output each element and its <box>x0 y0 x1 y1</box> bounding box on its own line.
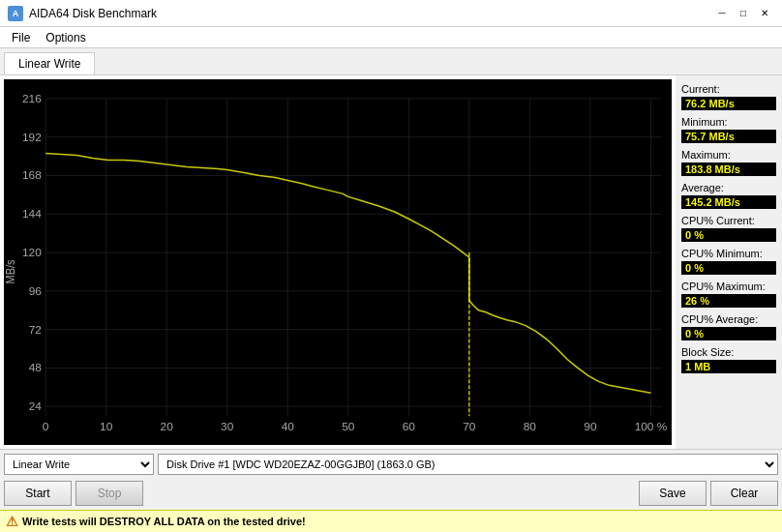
average-value: 145.2 MB/s <box>681 195 776 209</box>
average-label: Average: <box>681 182 776 193</box>
svg-text:72: 72 <box>29 324 42 336</box>
svg-text:192: 192 <box>22 132 42 143</box>
bottom-controls: Linear Write Linear Read Random Read Ran… <box>0 449 782 510</box>
svg-text:90: 90 <box>584 421 596 432</box>
minimize-button[interactable]: ─ <box>712 4 732 23</box>
drive-dropdown[interactable]: Disk Drive #1 [WDC WD20EZAZ-00GGJB0] (18… <box>158 454 778 475</box>
cpu-current-label: CPU% Current: <box>681 215 776 226</box>
app-title: AIDA64 Disk Benchmark <box>29 7 157 20</box>
cpu-max-value: 26 % <box>681 294 776 308</box>
svg-text:10: 10 <box>100 421 112 432</box>
start-button[interactable]: Start <box>4 481 72 506</box>
svg-text:48: 48 <box>29 363 42 374</box>
svg-text:60: 60 <box>403 421 415 432</box>
current-value: 76.2 MB/s <box>681 97 776 110</box>
menu-file[interactable]: File <box>4 29 38 45</box>
right-panel: Current: 76.2 MB/s Minimum: 75.7 MB/s Ma… <box>676 75 782 449</box>
svg-text:24: 24 <box>29 401 42 413</box>
cpu-max-label: CPU% Maximum: <box>681 281 776 292</box>
cpu-current-value: 0 % <box>681 228 776 242</box>
close-button[interactable]: ✕ <box>755 4 774 23</box>
stop-button[interactable]: Stop <box>75 481 143 506</box>
svg-text:100 %: 100 % <box>635 421 668 432</box>
svg-text:40: 40 <box>282 421 294 432</box>
warning-bar: ⚠ Write tests will DESTROY ALL DATA on t… <box>0 510 782 532</box>
window-controls: ─ □ ✕ <box>712 4 774 23</box>
block-size-value: 1 MB <box>681 360 776 373</box>
svg-text:70: 70 <box>463 421 475 432</box>
save-button[interactable]: Save <box>639 481 707 506</box>
svg-text:80: 80 <box>524 421 536 432</box>
main-container: Linear Write 253:12 24 48 <box>0 48 782 532</box>
tab-linear-write[interactable]: Linear Write <box>4 52 95 74</box>
content-area: 253:12 24 48 72 96 120 144 <box>0 75 782 449</box>
svg-text:MB/s: MB/s <box>4 259 15 283</box>
svg-text:20: 20 <box>161 421 173 432</box>
menu-bar: File Options <box>0 27 782 48</box>
minimum-value: 75.7 MB/s <box>681 130 776 143</box>
restore-button[interactable]: □ <box>734 4 753 23</box>
title-bar: A AIDA64 Disk Benchmark ─ □ ✕ <box>0 0 782 27</box>
svg-text:120: 120 <box>22 247 42 258</box>
chart-container: 253:12 24 48 72 96 120 144 <box>4 79 672 445</box>
svg-text:168: 168 <box>22 170 42 182</box>
maximum-value: 183.8 MB/s <box>681 163 776 176</box>
tab-bar: Linear Write <box>0 48 782 75</box>
maximum-label: Maximum: <box>681 149 776 161</box>
app-icon: A <box>8 6 23 21</box>
svg-text:50: 50 <box>342 421 354 432</box>
warning-text: Write tests will DESTROY ALL DATA on the… <box>22 516 306 527</box>
svg-text:96: 96 <box>29 285 42 297</box>
warning-icon: ⚠ <box>6 514 18 529</box>
controls-row2: Start Stop Save Clear <box>0 479 782 510</box>
svg-text:30: 30 <box>221 421 233 432</box>
cpu-min-label: CPU% Minimum: <box>681 248 776 259</box>
cpu-avg-label: CPU% Average: <box>681 313 776 325</box>
controls-row1: Linear Write Linear Read Random Read Ran… <box>0 450 782 479</box>
clear-button[interactable]: Clear <box>710 481 778 506</box>
svg-rect-0 <box>4 79 672 445</box>
chart-svg: 24 48 72 96 120 144 168 192 216 MB/s 0 1… <box>4 79 672 445</box>
svg-text:144: 144 <box>22 209 42 221</box>
cpu-avg-value: 0 % <box>681 327 776 340</box>
current-label: Current: <box>681 83 776 95</box>
test-type-dropdown[interactable]: Linear Write Linear Read Random Read Ran… <box>4 454 154 475</box>
minimum-label: Minimum: <box>681 116 776 128</box>
svg-text:216: 216 <box>22 93 42 104</box>
svg-text:0: 0 <box>43 421 49 432</box>
cpu-min-value: 0 % <box>681 261 776 275</box>
block-size-label: Block Size: <box>681 346 776 358</box>
menu-options[interactable]: Options <box>38 29 93 45</box>
